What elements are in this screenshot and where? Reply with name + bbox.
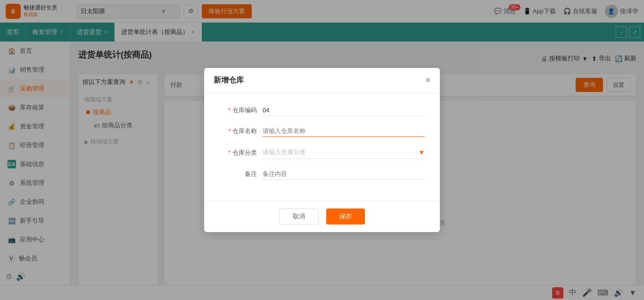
form-row-note: 备注 (219, 168, 425, 180)
modal-close-button[interactable]: × (425, 75, 430, 85)
form-row-category: *仓库分类 请输入所属分类 ▼ (219, 146, 425, 159)
form-row-name: *仓库名称 (219, 125, 425, 137)
required-mark-code: * (228, 107, 231, 114)
warehouse-code-input[interactable] (263, 105, 425, 116)
modal-header: 新增仓库 × (204, 68, 440, 93)
warehouse-category-select[interactable]: 请输入所属分类 ▼ (263, 146, 425, 159)
form-name-label: *仓库名称 (219, 127, 257, 135)
cancel-button[interactable]: 取消 (279, 208, 319, 225)
form-category-label: *仓库分类 (219, 149, 257, 157)
form-code-label: *仓库编码 (219, 106, 257, 115)
category-placeholder: 请输入所属分类 (263, 148, 305, 157)
save-button[interactable]: 保存 (326, 208, 365, 225)
modal-title: 新增仓库 (214, 75, 244, 85)
warehouse-name-input[interactable] (263, 125, 425, 137)
required-mark-name: * (228, 127, 231, 134)
form-row-code: *仓库编码 (219, 105, 425, 116)
category-dropdown-icon: ▼ (418, 149, 425, 156)
form-note-label: 备注 (219, 170, 257, 178)
modal-footer: 取消 保存 (204, 200, 440, 232)
required-mark-category: * (228, 149, 231, 156)
warehouse-note-input[interactable] (263, 168, 425, 180)
modal-overlay: 新增仓库 × *仓库编码 *仓库名称 *仓库分类 (0, 0, 644, 300)
modal-body: *仓库编码 *仓库名称 *仓库分类 请输入所属分类 ▼ (204, 93, 440, 200)
new-warehouse-modal: 新增仓库 × *仓库编码 *仓库名称 *仓库分类 (204, 68, 440, 232)
